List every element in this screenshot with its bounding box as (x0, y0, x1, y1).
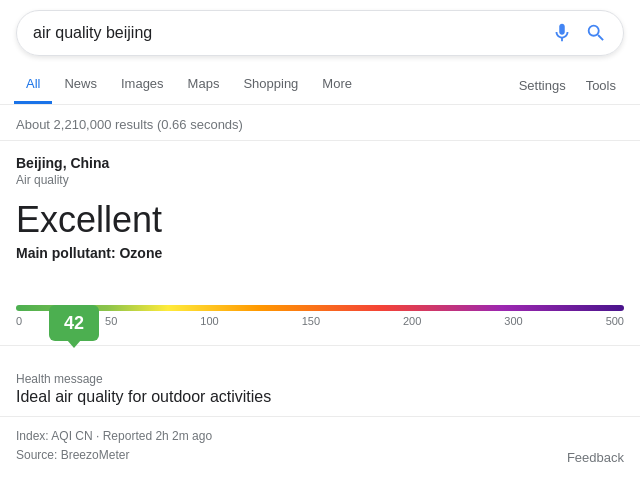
aq-footer-info: Index: AQI CN · Reported 2h 2m ago Sourc… (16, 427, 212, 465)
mic-icon[interactable] (551, 22, 573, 44)
gauge-label-0: 0 (16, 315, 22, 327)
nav-bar: All News Images Maps Shopping More Setti… (0, 66, 640, 105)
aq-card: Beijing, China Air quality Excellent Mai… (0, 141, 640, 346)
search-icons (551, 22, 607, 44)
tab-more[interactable]: More (310, 66, 364, 104)
aq-subtitle: Air quality (16, 173, 624, 187)
tab-images[interactable]: Images (109, 66, 176, 104)
gauge-label-150: 150 (302, 315, 320, 327)
pollutant-value: Ozone (119, 245, 162, 261)
search-input[interactable]: air quality beijing (33, 24, 551, 42)
source-text: Source: BreezoMeter (16, 446, 212, 465)
aq-location: Beijing, China (16, 155, 624, 171)
search-icon[interactable] (585, 22, 607, 44)
index-text: Index: AQI CN · Reported 2h 2m ago (16, 427, 212, 446)
gauge-label-200: 200 (403, 315, 421, 327)
aqi-gauge: 42 0 50 100 150 200 300 500 (16, 305, 624, 327)
search-bar: air quality beijing (16, 10, 624, 56)
tab-maps[interactable]: Maps (176, 66, 232, 104)
gauge-label-300: 300 (504, 315, 522, 327)
feedback-button[interactable]: Feedback (567, 450, 624, 465)
aq-rating: Excellent (16, 199, 624, 241)
aqi-bubble: 42 (49, 305, 99, 341)
tab-settings[interactable]: Settings (509, 68, 576, 103)
aq-pollutant: Main pollutant: Ozone (16, 245, 624, 261)
health-message: Ideal air quality for outdoor activities (16, 388, 624, 406)
tab-all[interactable]: All (14, 66, 52, 104)
gauge-label-500: 500 (606, 315, 624, 327)
tab-news[interactable]: News (52, 66, 109, 104)
tab-shopping[interactable]: Shopping (231, 66, 310, 104)
aq-footer: Index: AQI CN · Reported 2h 2m ago Sourc… (0, 417, 640, 475)
aqi-bar (16, 305, 624, 311)
tab-tools[interactable]: Tools (576, 68, 626, 103)
gauge-label-50: 50 (105, 315, 117, 327)
results-count: About 2,210,000 results (0.66 seconds) (0, 105, 640, 141)
health-section: Health message Ideal air quality for out… (0, 362, 640, 417)
gauge-labels: 0 50 100 150 200 300 500 (16, 315, 624, 327)
pollutant-label: Main pollutant: (16, 245, 119, 261)
health-label: Health message (16, 372, 624, 386)
gauge-label-100: 100 (200, 315, 218, 327)
